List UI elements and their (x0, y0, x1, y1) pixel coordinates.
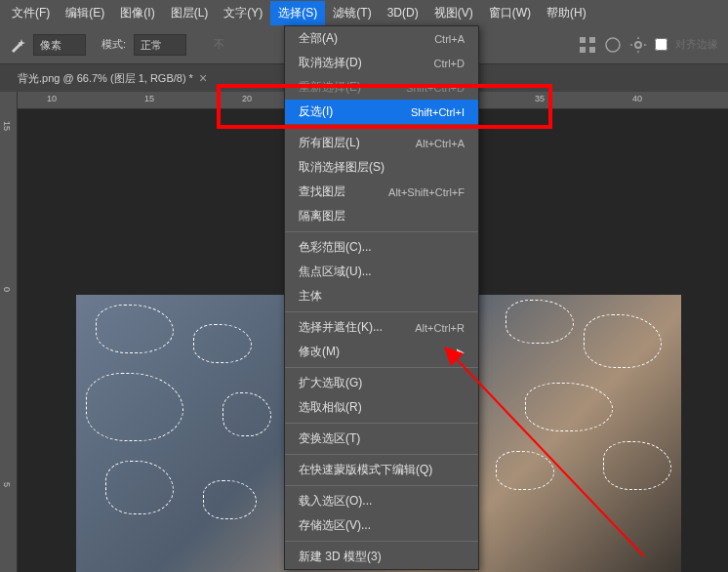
menu-separator (285, 367, 478, 368)
menu-all-layers[interactable]: 所有图层(L)Alt+Ctrl+A (285, 131, 478, 155)
menu-view[interactable]: 视图(V) (426, 1, 481, 25)
document-tab[interactable]: 背光.png @ 66.7% (图层 1, RGB/8) * × (10, 66, 215, 90)
unit-select[interactable]: 像素 (33, 34, 86, 56)
menu-type[interactable]: 文字(Y) (216, 1, 270, 25)
menu-transform-selection[interactable]: 变换选区(T) (285, 427, 478, 451)
menu-select-and-mask[interactable]: 选择并遮住(K)...Alt+Ctrl+R (285, 315, 478, 340)
menu-quick-mask[interactable]: 在快速蒙版模式下编辑(Q) (285, 458, 478, 482)
menu-deselect[interactable]: 取消选择(D)Ctrl+D (285, 51, 478, 75)
magic-wand-icon (10, 37, 25, 53)
menu-isolate-layers[interactable]: 隔离图层 (285, 204, 478, 228)
menu-filter[interactable]: 滤镜(T) (325, 1, 379, 25)
menu-separator (285, 311, 478, 312)
menu-modify[interactable]: 修改(M)▶ (285, 340, 478, 364)
menu-separator (285, 231, 478, 232)
menu-3d[interactable]: 3D(D) (380, 2, 426, 23)
menu-load-selection[interactable]: 载入选区(O)... (285, 489, 478, 513)
menu-subject[interactable]: 主体 (285, 284, 478, 308)
menu-save-selection[interactable]: 存储选区(V)... (285, 513, 478, 538)
menu-select-all[interactable]: 全部(A)Ctrl+A (285, 26, 478, 51)
svg-rect-2 (580, 47, 586, 53)
opacity-text: 不 (214, 37, 224, 52)
menu-separator (285, 541, 478, 542)
menu-similar[interactable]: 选取相似(R) (285, 395, 478, 420)
select-menu-dropdown: 全部(A)Ctrl+A 取消选择(D)Ctrl+D 重新选择(E)Shift+C… (284, 25, 479, 570)
gear-icon[interactable] (629, 36, 647, 54)
ruler-vertical: 15 0 5 (0, 92, 18, 572)
menu-reselect: 重新选择(E)Shift+Ctrl+D (285, 75, 478, 100)
svg-point-4 (606, 38, 620, 52)
menu-new-3d[interactable]: 新建 3D 模型(3) (285, 545, 478, 569)
menu-image[interactable]: 图像(I) (112, 1, 162, 25)
mode-select[interactable]: 正常 (134, 34, 186, 56)
menu-grow[interactable]: 扩大选取(G) (285, 371, 478, 395)
align-edges-label: 对齐边缘 (675, 37, 718, 52)
menu-separator (285, 127, 478, 128)
menu-window[interactable]: 窗口(W) (481, 1, 539, 25)
menu-layer[interactable]: 图层(L) (163, 1, 217, 25)
close-icon[interactable]: × (199, 70, 207, 86)
menu-bar: 文件(F) 编辑(E) 图像(I) 图层(L) 文字(Y) 选择(S) 滤镜(T… (0, 0, 728, 25)
chevron-right-icon: ▶ (457, 347, 465, 357)
svg-rect-3 (589, 47, 595, 53)
menu-find-layers[interactable]: 查找图层Alt+Shift+Ctrl+F (285, 180, 478, 204)
menu-help[interactable]: 帮助(H) (539, 1, 594, 25)
menu-deselect-layers[interactable]: 取消选择图层(S) (285, 155, 478, 180)
menu-separator (285, 485, 478, 486)
align-edges-checkbox[interactable] (655, 38, 667, 51)
svg-rect-0 (580, 37, 586, 43)
pressure-icon[interactable] (604, 36, 622, 54)
svg-rect-1 (589, 37, 595, 43)
menu-inverse[interactable]: 反选(I)Shift+Ctrl+I (285, 100, 478, 124)
menu-separator (285, 454, 478, 455)
menu-file[interactable]: 文件(F) (4, 1, 58, 25)
mode-label: 模式: (101, 37, 126, 52)
menu-separator (285, 423, 478, 424)
tab-title: 背光.png @ 66.7% (图层 1, RGB/8) * (18, 71, 193, 86)
menu-focus-area[interactable]: 焦点区域(U)... (285, 260, 478, 284)
menu-select[interactable]: 选择(S) (270, 1, 325, 25)
grid-icon[interactable] (579, 36, 596, 54)
menu-edit[interactable]: 编辑(E) (58, 1, 112, 25)
menu-color-range[interactable]: 色彩范围(C)... (285, 235, 478, 260)
